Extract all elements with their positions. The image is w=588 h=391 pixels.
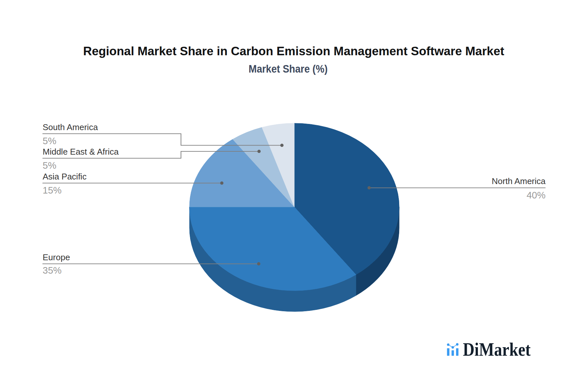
svg-text:North America: North America bbox=[492, 176, 546, 186]
svg-text:15%: 15% bbox=[43, 185, 62, 196]
svg-text:40%: 40% bbox=[527, 190, 546, 200]
svg-text:DiMarket: DiMarket bbox=[463, 339, 531, 360]
svg-text:35%: 35% bbox=[43, 265, 62, 276]
svg-text:South America: South America bbox=[43, 122, 98, 132]
svg-text:Middle East & Africa: Middle East & Africa bbox=[43, 147, 119, 157]
svg-text:5%: 5% bbox=[43, 160, 57, 171]
svg-text:5%: 5% bbox=[43, 136, 57, 146]
svg-text:Market Share (%): Market Share (%) bbox=[249, 63, 328, 75]
svg-text:Asia Pacific: Asia Pacific bbox=[43, 172, 87, 181]
svg-text:Regional Market Share in Carbo: Regional Market Share in Carbon Emission… bbox=[83, 44, 504, 58]
svg-text:Europe: Europe bbox=[43, 252, 70, 262]
